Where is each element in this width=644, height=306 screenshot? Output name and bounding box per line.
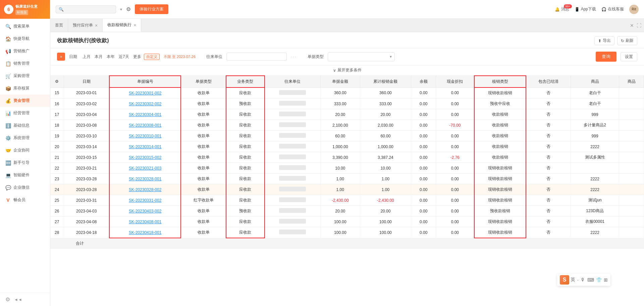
notification-button[interactable]: 🔔 消息 99+ [555,6,569,12]
sidebar-item-marketing[interactable]: 📢 营销推广 [0,45,50,57]
voucher-no-link[interactable]: SK-20230403-002 [129,209,161,213]
cell-voucher-type: 收款单 [181,109,226,120]
sidebar-item-corp[interactable]: 🤝 企业协同 [0,144,50,157]
sidebar-item-search[interactable]: 🔍 搜索菜单 [0,20,50,33]
tab-reconcile-close[interactable]: × [133,23,136,27]
date-btn-custom[interactable]: 自定义 [144,54,160,60]
tab-reconcile[interactable]: 收款核销执行 × [103,19,141,32]
english-icon[interactable]: 英 [571,277,575,283]
date-btn-more[interactable]: 更多 [132,53,143,60]
cell-product: 999 [571,131,619,141]
sidebar-item-guide[interactable]: 🆕 新手引导 [0,157,50,169]
cell-product: 老白干 [571,99,619,109]
voucher-no-link[interactable]: SK-20230331-002 [129,198,161,203]
voucher-no-link[interactable]: SK-20230308-001 [129,123,161,128]
voucher-type-dropdown-icon: ▾ [390,54,392,59]
industry-solution-button[interactable]: 体验行业方案 [135,4,168,14]
sidebar-item-finance[interactable]: 💰 资金管理 [0,95,50,107]
grid-icon[interactable]: ⊞ [604,277,608,283]
cell-balance: 0.00 [411,131,436,141]
sidebar-label-inventory: 库存核算 [13,85,30,91]
table-area: ⚙ 日期 单据编号 单据类型 业务类型 往来单位 单据金额 累计核销金额 余额 … [50,75,644,306]
date-btn-this-month[interactable]: 本月 [93,53,104,60]
tab-prepay-close[interactable]: × [95,23,98,28]
cell-counterpart [265,163,321,174]
mic-icon[interactable]: 🎙 [581,277,585,283]
cell-idx: 22 [50,163,64,174]
topbar-dropdown-icon[interactable]: ▾ [120,7,122,12]
member-icon: V [5,197,11,203]
cell-voucher-no: SK-20230310-001 [109,131,181,141]
expand-conditions-button[interactable]: ∨ 展开更多条件 [333,67,362,73]
filter-settings-button[interactable]: 设置 [621,52,637,61]
cell-balance: 0.00 [411,227,436,238]
th-include-settled: 包含已结清 [526,76,571,87]
voucher-no-link[interactable]: SK-20230301-002 [129,91,161,96]
system-icon: ⚙️ [5,135,11,141]
shirt-icon[interactable]: 👕 [596,277,602,283]
cell-idx: 19 [50,131,64,141]
sidebar-item-system[interactable]: ⚙️ 系统管理 [0,132,50,144]
refresh-button[interactable]: ↻ 刷新 [617,36,637,45]
sidebar-item-inventory[interactable]: 📦 库存核算 [0,82,50,95]
sidebar-item-sales[interactable]: 📋 销售管理 [0,57,50,70]
sidebar-item-member[interactable]: V 畅会员 [0,194,50,206]
query-button[interactable]: 查询 [596,52,616,62]
sidebar-item-purchase[interactable]: 🛒 采购管理 [0,70,50,82]
cell-cash-discount: 0.00 [436,99,474,109]
date-btn-7days[interactable]: 近7天 [117,53,130,60]
date-range-display: 不限 至 2023-07-26 [164,54,196,59]
filter-toggle-icon: » [60,54,62,59]
collapse-icon[interactable]: ◄◄ [14,297,22,302]
voucher-no-link[interactable]: SK-20230304-001 [129,112,161,117]
th-settings[interactable]: ⚙ [50,76,64,87]
export-button[interactable]: ⬆ 导出 [594,36,614,45]
voucher-no-link[interactable]: SK-20230302-002 [129,102,161,106]
watermark-icons: 英 · 🎙 ⌨ 👕 ⊞ [571,277,608,283]
cell-product2 [619,99,644,109]
cell-balance: 0.00 [411,217,436,227]
cell-biz-type: 应收款 [226,109,265,120]
cell-cancel-type: 预收中应收 [474,99,526,109]
voucher-no-link[interactable]: SK-20230315-002 [129,155,161,160]
app-download-link[interactable]: 📱 App下载 [575,6,596,12]
filter-toggle-button[interactable]: » [57,53,65,61]
date-btn-this-year[interactable]: 本年 [105,53,116,60]
sidebar-item-basic[interactable]: ℹ️ 基础信息 [0,119,50,132]
voucher-no-link[interactable]: SK-20230418-001 [129,230,161,235]
voucher-no-link[interactable]: SK-20230314-001 [129,144,161,149]
voucher-no-link[interactable]: SK-20230408-001 [129,220,161,224]
cell-product [571,163,619,174]
cell-amount: 10.00 [320,163,360,174]
sidebar-item-operation[interactable]: 📊 经营管理 [0,107,50,119]
date-btn-last-month[interactable]: 上月 [81,53,92,60]
tab-prepay[interactable]: 预付应付单 × [68,19,103,32]
cell-product2 [619,227,644,238]
voucher-type-select[interactable]: ▾ [328,52,395,61]
chevron-down-icon: ∨ [333,68,336,73]
cell-cancel-type: 现销收款核销 [474,174,526,184]
sidebar-item-hardware[interactable]: 💻 智能硬件 [0,169,50,181]
voucher-no-link[interactable]: SK-20230310-001 [129,134,161,138]
sidebar-item-wechat[interactable]: 💬 企业微信 [0,181,50,194]
tab-prepay-label: 预付应付单 [73,22,93,28]
sidebar-label-search: 搜索菜单 [13,23,30,29]
purchase-icon: 🛒 [5,73,11,79]
cell-cancel-type: 收款核销 [474,152,526,163]
tab-close-all-icon[interactable]: ✕ [630,23,634,28]
tab-home[interactable]: 首页 [50,19,68,32]
keyboard-icon[interactable]: ⌨ [587,277,594,283]
voucher-no-link[interactable]: SK-20230328-002 [129,187,161,192]
counterpart-input[interactable] [226,53,287,61]
guide-icon: 🆕 [5,160,11,166]
topbar-gear-icon[interactable]: ⚙ [126,6,131,12]
cell-date: 2023-03-14 [64,141,109,152]
settings-icon[interactable]: ⚙ [5,296,10,303]
voucher-no-link[interactable]: SK-20230328-001 [129,177,161,181]
tab-expand-icon[interactable]: ⛶ [637,23,641,28]
cell-cancel-type: 预收款核销 [474,206,526,217]
voucher-no-link[interactable]: SK-20230321-003 [129,166,161,171]
cell-voucher-no: SK-20230328-002 [109,184,181,195]
online-service-link[interactable]: 🎧 在线客服 [601,6,624,12]
sidebar-item-quicknav[interactable]: 🏠 快捷导航 [0,33,50,45]
